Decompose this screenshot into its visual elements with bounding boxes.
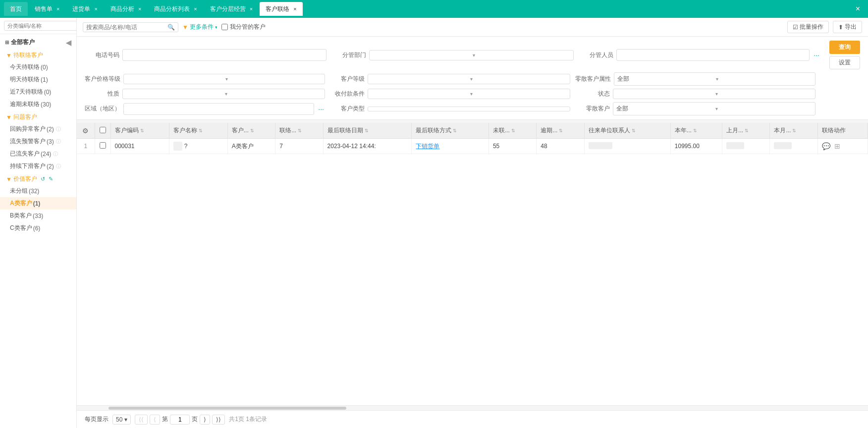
customer-type-select[interactable] — [368, 107, 570, 111]
table-scroll-bar[interactable] — [77, 405, 868, 410]
th-code-sort: ⇅ — [140, 128, 144, 133]
sidebar-collapse-btn[interactable]: ◀ — [66, 39, 71, 47]
bulk-op-button[interactable]: ☑ 批量操作 — [787, 21, 829, 33]
last-method-link[interactable]: 下销货单 — [416, 143, 439, 150]
all-customers-header[interactable]: ⊞ 全部客户 ◀ — [0, 34, 76, 49]
th-last-method[interactable]: 最后联络方式 ⇅ — [412, 123, 488, 139]
tab-analysis-list[interactable]: 商品分析列表 × — [148, 2, 203, 16]
row-actions: 💬 ⊞ — [817, 139, 868, 154]
payment-select[interactable]: ▾ — [368, 89, 570, 99]
all-customers-label: 全部客户 — [11, 38, 35, 47]
churn-warning-info-icon[interactable]: ⓘ — [56, 138, 61, 145]
abnormal-info-icon[interactable]: ⓘ — [56, 126, 61, 133]
first-page-btn[interactable]: ⟨⟨ — [135, 415, 148, 425]
grid-action-icon[interactable]: ⊞ — [834, 142, 840, 150]
th-gear[interactable]: ⚙ — [77, 123, 95, 139]
manager-dots[interactable]: ··· — [814, 51, 819, 59]
main-layout: 🔍 ⊞ 全部客户 ◀ ▼ 待联络客户 今天待联络 (0) 明天待联络 (1) 近… — [0, 18, 868, 428]
filter-more-btn[interactable]: ▼ 更多条件 ▾ — [182, 23, 217, 31]
filter-search-icon[interactable]: 🔍 — [167, 24, 175, 31]
th-name[interactable]: 客户名称 ⇅ — [169, 123, 227, 139]
manager-input[interactable] — [616, 49, 810, 61]
dept-select[interactable]: ▾ — [369, 50, 573, 60]
problem-group-label[interactable]: ▼ 问题客户 — [0, 110, 76, 123]
tab-sales-close[interactable]: × — [56, 6, 59, 12]
th-overdue[interactable]: 逾期... ⇅ — [537, 123, 584, 139]
window-close-button[interactable]: × — [852, 4, 864, 13]
last-page-btn[interactable]: ⟩⟩ — [212, 415, 225, 425]
row-checkbox-cell[interactable] — [95, 139, 110, 154]
status-select[interactable]: ▾ — [613, 89, 815, 99]
settings-button[interactable]: 设置 — [829, 56, 860, 69]
sidebar-item-overdue[interactable]: 逾期未联络 (30) — [0, 98, 76, 110]
next-page-btn[interactable]: ⟩ — [200, 415, 210, 425]
sidebar-item-declining[interactable]: 持续下滑客户 (2) ⓘ — [0, 160, 76, 172]
sidebar-item-c-class[interactable]: C类客户 (6) — [0, 222, 76, 234]
value-group-refresh-icon[interactable]: ↺ — [41, 176, 45, 182]
th-code[interactable]: 客户编码 ⇅ — [110, 123, 169, 139]
customer-grade-select[interactable]: ▾ — [368, 74, 570, 84]
sidebar-search-input[interactable] — [4, 21, 77, 31]
th-last-date[interactable]: 最后联络日期 ⇅ — [323, 123, 412, 139]
phone-field: 电话号码 — [85, 49, 326, 61]
chat-action-icon[interactable]: 💬 — [822, 142, 830, 150]
th-overdue-sort: ⇅ — [559, 128, 563, 133]
tab-analysis-list-close[interactable]: × — [194, 6, 197, 12]
tab-customer-contact[interactable]: 客户联络 × — [260, 2, 302, 16]
tab-analysis[interactable]: 商品分析 × — [105, 2, 147, 16]
churned-info-icon[interactable]: ⓘ — [53, 151, 58, 158]
region-input[interactable] — [123, 103, 314, 115]
sidebar-item-a-class[interactable]: A类客户 (1) — [0, 197, 76, 210]
th-code-label: 客户编码 — [115, 126, 139, 135]
row-last-month — [722, 139, 770, 154]
customer-grade-arrow: ▾ — [470, 76, 567, 82]
tab-sales[interactable]: 销售单 × — [29, 2, 65, 16]
sidebar-item-b-class[interactable]: B类客户 (33) — [0, 210, 76, 222]
value-group-label[interactable]: ▼ 价值客户 ↺ ✎ — [0, 172, 76, 185]
tab-customer-segment[interactable]: 客户分层经营 × — [204, 2, 259, 16]
th-company-contacts[interactable]: 往来单位联系人 ⇅ — [584, 123, 670, 139]
th-this-year[interactable]: 本年... ⇅ — [670, 123, 722, 139]
th-this-month[interactable]: 本月... ⇅ — [770, 123, 817, 139]
my-customers-filter[interactable]: 我分管的客户 — [221, 23, 266, 31]
page-input[interactable] — [170, 415, 190, 425]
filter-search-input[interactable] — [86, 24, 165, 31]
prev-page-btn[interactable]: ⟨ — [150, 415, 160, 425]
sidebar-item-churned[interactable]: 已流失客户 (24) ⓘ — [0, 148, 76, 160]
th-checkbox[interactable] — [95, 123, 110, 139]
select-all-checkbox[interactable] — [100, 127, 106, 133]
payment-field: 收付款条件 ▾ — [330, 89, 570, 99]
pending-group-label[interactable]: ▼ 待联络客户 — [0, 49, 76, 61]
row-checkbox[interactable] — [100, 142, 106, 149]
sidebar-item-7days[interactable]: 近7天待联络 (0) — [0, 86, 76, 98]
my-customers-checkbox[interactable] — [221, 24, 228, 30]
gear-icon[interactable]: ⚙ — [82, 127, 89, 135]
sidebar-item-tomorrow[interactable]: 明天待联络 (1) — [0, 73, 76, 86]
th-not-contacted[interactable]: 未联... ⇅ — [488, 123, 536, 139]
tab-purchase-close[interactable]: × — [94, 6, 97, 12]
sidebar-item-churn-warning[interactable]: 流失预警客户 (3) ⓘ — [0, 135, 76, 148]
sidebar-item-today[interactable]: 今天待联络 (0) — [0, 61, 76, 73]
value-group-edit-icon[interactable]: ✎ — [49, 176, 53, 182]
th-contacts[interactable]: 联络... ⇅ — [275, 123, 323, 139]
tab-customer-contact-close[interactable]: × — [293, 6, 296, 12]
region-dots[interactable]: ··· — [318, 105, 324, 113]
export-button[interactable]: ⬆ 导出 — [833, 21, 862, 33]
page-size-select[interactable]: 50 ▾ — [112, 415, 131, 425]
sidebar-item-unclassified[interactable]: 未分组 (32) — [0, 185, 76, 197]
price-grade-select[interactable]: ▾ — [123, 74, 325, 84]
query-button[interactable]: 查询 — [829, 41, 860, 54]
sidebar-item-abnormal[interactable]: 回购异常客户 (2) ⓘ — [0, 123, 76, 135]
tab-analysis-close[interactable]: × — [138, 6, 141, 12]
retail-customer-select[interactable]: 全部 ▾ — [613, 102, 815, 115]
declining-info-icon[interactable]: ⓘ — [56, 163, 61, 170]
scroll-thumb[interactable] — [108, 407, 346, 410]
th-type[interactable]: 客户... ⇅ — [227, 123, 275, 139]
phone-input[interactable] — [122, 49, 326, 61]
tab-home[interactable]: 首页 — [4, 2, 28, 16]
retail-attr-select[interactable]: 全部 ▾ — [614, 72, 815, 86]
tab-purchase[interactable]: 进货单 × — [66, 2, 103, 16]
th-last-month[interactable]: 上月... ⇅ — [722, 123, 770, 139]
tab-customer-segment-close[interactable]: × — [250, 6, 253, 12]
nature-select[interactable]: ▾ — [122, 89, 325, 99]
